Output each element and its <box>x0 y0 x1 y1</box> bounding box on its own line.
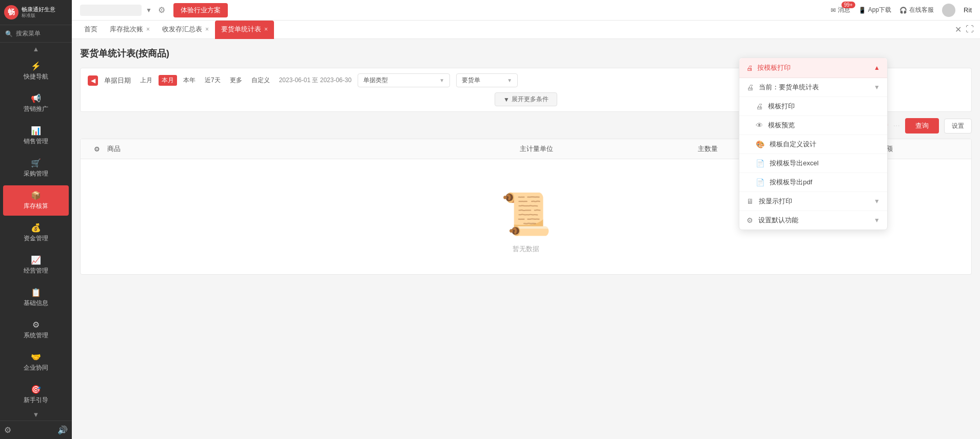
col-settings[interactable]: ⚙ <box>87 145 107 153</box>
export-excel-label: 按模板导出excel <box>770 159 818 168</box>
date-btn-this-year[interactable]: 本年 <box>180 75 199 86</box>
sidebar-scroll-down[interactable]: ▼ <box>0 408 72 421</box>
dropdown-current-template[interactable]: 🖨 当前：要货单统计表 ▼ <box>739 78 887 97</box>
dropdown-export-excel[interactable]: 📄 按模板导出excel <box>739 154 887 173</box>
content-area: 要货单统计表(按商品) ◀ 单据日期 上月 本月 本年 近7天 更多 自定义 2… <box>72 39 980 439</box>
query-btn[interactable]: 查询 <box>905 118 939 133</box>
sidebar-item-system[interactable]: ⚙ 系统管理 <box>3 315 69 345</box>
sidebar-item-label: 资金管理 <box>24 234 48 243</box>
tab-home[interactable]: 首页 <box>78 21 104 39</box>
sidebar-item-sales[interactable]: 📊 销售管理 <box>3 121 69 151</box>
dropdown-header: 🖨 按模板打印 ▲ <box>739 58 887 78</box>
app-download-btn[interactable]: 📱 App下载 <box>858 6 891 14</box>
dropdown-template-design[interactable]: 🎨 模板自定义设计 <box>739 135 887 154</box>
print-dropdown-panel: 🖨 按模板打印 ▲ 🖨 当前：要货单统计表 ▼ 🖨 模板打印 👁 <box>739 58 888 230</box>
topbar-gear-icon[interactable]: ⚙ <box>158 5 165 15</box>
user-name: Rit <box>964 6 972 14</box>
order-category-arrow-icon: ▼ <box>507 78 512 83</box>
default-func-icon: ⚙ <box>747 216 753 224</box>
tab-batch-account-close[interactable]: × <box>146 26 150 33</box>
sales-icon: 📊 <box>31 126 41 136</box>
avatar[interactable] <box>942 4 955 17</box>
date-btn-last-month[interactable]: 上月 <box>137 75 155 86</box>
maximize-window-btn[interactable]: ⛶ <box>966 25 974 34</box>
display-print-left: 🖥 按显示打印 <box>747 197 792 206</box>
sidebar-scroll-up[interactable]: ▲ <box>0 43 72 55</box>
logo-icon: 畅 <box>4 5 18 20</box>
sidebar-item-guide[interactable]: 🎯 新手引导 <box>3 379 69 408</box>
expand-conditions-btn[interactable]: ▼ 展开更多条件 <box>495 92 557 106</box>
sidebar-item-inventory[interactable]: 📦 库存核算 <box>3 185 69 216</box>
order-category-select[interactable]: 要货单 ▼ <box>456 73 518 87</box>
sidebar-item-operations[interactable]: 📈 经营管理 <box>3 250 69 280</box>
app-download-label: App下载 <box>868 6 891 14</box>
settings-btn[interactable]: 设置 <box>944 119 972 133</box>
inventory-icon: 📦 <box>31 190 41 200</box>
dropdown-template-preview[interactable]: 👁 模板预览 <box>739 116 887 135</box>
topbar: ▼ ⚙ 体验行业方案 ✉ 消息 99+ 📱 App下载 🎧 在线客服 Rit <box>72 0 980 21</box>
topbar-search-input[interactable] <box>80 5 142 16</box>
sidebar-item-basic[interactable]: 📋 基础信息 <box>3 282 69 313</box>
current-template-arrow: ▼ <box>874 84 880 91</box>
export-pdf-label: 按模板导出pdf <box>770 178 812 187</box>
sidebar-item-marketing[interactable]: 📢 营销推广 <box>3 88 69 119</box>
default-func-arrow: ▼ <box>874 217 880 224</box>
settings-bottom-icon[interactable]: ⚙ <box>4 425 11 435</box>
sidebar-search[interactable]: 🔍 搜索菜单 <box>0 25 72 43</box>
online-service-btn[interactable]: 🎧 在线客服 <box>899 6 934 14</box>
dropdown-display-print[interactable]: 🖥 按显示打印 ▼ <box>739 192 887 211</box>
empty-icon: 📜 <box>500 190 552 238</box>
quick-nav-icon: ⚡ <box>31 61 41 71</box>
sidebar-item-label: 销售管理 <box>24 137 48 146</box>
sidebar-item-label: 基础信息 <box>24 299 48 308</box>
tab-receipts-summary[interactable]: 收发存汇总表 × <box>156 21 215 39</box>
trial-btn[interactable]: 体验行业方案 <box>173 3 228 17</box>
tab-order-summary-close[interactable]: × <box>264 26 268 33</box>
tab-batch-account[interactable]: 库存批次账 × <box>104 21 156 39</box>
sidebar: 畅 畅康通好生意 标准版 🔍 搜索菜单 ▲ ⚡ 快捷导航 📢 营销推广 📊 销售… <box>0 0 72 439</box>
date-btn-7days[interactable]: 近7天 <box>202 75 224 86</box>
sidebar-item-quick-nav[interactable]: ⚡ 快捷导航 <box>3 56 69 86</box>
operations-icon: 📈 <box>31 255 41 265</box>
close-window-btn[interactable]: ✕ <box>955 25 962 34</box>
messages-btn[interactable]: ✉ 消息 99+ <box>831 6 850 14</box>
topbar-dropdown-btn[interactable]: ▼ <box>146 7 152 14</box>
date-btn-more[interactable]: 更多 <box>227 75 245 86</box>
col-product: 商品 <box>107 144 450 154</box>
toolbar-more-icon[interactable]: ··· <box>893 121 900 130</box>
sidebar-item-purchase[interactable]: 🛒 采购管理 <box>3 153 69 183</box>
speaker-icon[interactable]: 🔊 <box>57 425 68 435</box>
expand-label: 展开更多条件 <box>512 95 548 104</box>
topbar-right: ✉ 消息 99+ 📱 App下载 🎧 在线客服 Rit <box>831 4 972 17</box>
sidebar-item-label: 企业协同 <box>24 364 48 372</box>
sidebar-item-enterprise[interactable]: 🤝 企业协同 <box>3 347 69 377</box>
tab-receipts-summary-close[interactable]: × <box>205 26 209 33</box>
template-design-icon: 🎨 <box>756 140 765 148</box>
dropdown-default-func[interactable]: ⚙ 设置默认功能 ▼ <box>739 211 887 230</box>
date-buttons: 上月 本月 本年 近7天 更多 自定义 2023-06-01 至 2023-06… <box>137 75 351 86</box>
template-preview-icon: 👁 <box>756 121 763 129</box>
filter-toggle-btn[interactable]: ◀ <box>88 75 98 86</box>
sidebar-item-label: 新手引导 <box>24 396 48 405</box>
tab-order-summary[interactable]: 要货单统计表 × <box>215 21 274 39</box>
dropdown-print-icon: 🖨 <box>747 64 753 72</box>
sidebar-item-finance[interactable]: 💰 资金管理 <box>3 218 69 248</box>
guide-icon: 🎯 <box>31 385 41 394</box>
empty-text: 暂无数据 <box>513 244 539 254</box>
order-type-select[interactable]: 单据类型 ▼ <box>358 73 450 87</box>
display-print-icon: 🖥 <box>747 197 754 205</box>
search-icon: 🔍 <box>5 30 13 37</box>
dropdown-template-print[interactable]: 🖨 模板打印 <box>739 97 887 116</box>
date-btn-custom[interactable]: 自定义 <box>248 75 273 86</box>
date-btn-this-month[interactable]: 本月 <box>159 75 177 86</box>
template-design-label: 模板自定义设计 <box>770 140 816 149</box>
dropdown-export-pdf[interactable]: 📄 按模板导出pdf <box>739 173 887 192</box>
export-excel-icon: 📄 <box>756 159 765 167</box>
search-label: 搜索菜单 <box>16 29 41 38</box>
display-print-label: 按显示打印 <box>759 197 792 206</box>
template-print-icon: 🖨 <box>756 102 763 110</box>
dropdown-close-arrow[interactable]: ▲ <box>874 64 880 71</box>
sidebar-item-label: 快捷导航 <box>24 72 48 81</box>
logo-text: 畅康通好生意 标准版 <box>22 6 55 19</box>
dropdown-section-left: 🖨 当前：要货单统计表 <box>747 83 819 92</box>
